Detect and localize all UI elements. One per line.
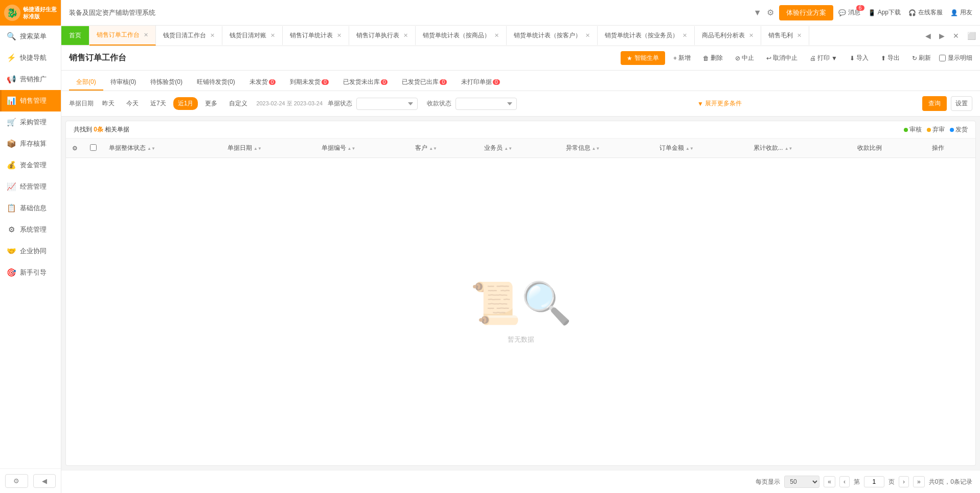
show-detail-checkbox[interactable]: [939, 55, 946, 61]
sub-tab-4[interactable]: 未发货0: [242, 75, 283, 91]
message-btn[interactable]: 💬 消息 6: [838, 8, 860, 17]
first-page-btn[interactable]: «: [824, 476, 835, 487]
tab-close-1[interactable]: ✕: [144, 32, 148, 38]
col-0[interactable]: 单据整体状态▲▼: [103, 139, 221, 158]
sub-tab-3[interactable]: 旺铺待发货(0): [190, 75, 242, 91]
tab-item-3[interactable]: 钱货日清对账✕: [222, 26, 283, 45]
col-1[interactable]: 单据日期▲▼: [221, 139, 315, 158]
sub-tab-0[interactable]: 全部(0): [69, 75, 103, 91]
tab-item-4[interactable]: 销售订单统计表✕: [283, 26, 349, 45]
tab-close-7[interactable]: ✕: [585, 32, 590, 39]
col-5[interactable]: 异常信息▲▼: [560, 139, 654, 158]
cancel-audit-action-btn[interactable]: 弃审: [927, 125, 945, 134]
sidebar-item-11[interactable]: 🎯新手引导: [0, 262, 61, 283]
print-btn[interactable]: 🖨 打印 ▼: [806, 51, 841, 65]
sidebar-item-10[interactable]: 🤝企业协同: [0, 240, 61, 262]
col-checkbox[interactable]: [84, 139, 103, 158]
col-6[interactable]: 订单金额▲▼: [653, 139, 747, 158]
import-btn[interactable]: ⬇ 导入: [846, 51, 873, 65]
audit-action-btn[interactable]: 审核: [904, 125, 922, 134]
sub-tab-5[interactable]: 到期未发货0: [283, 75, 336, 91]
sub-tab-8[interactable]: 未打印单据0: [454, 75, 507, 91]
date-option-1[interactable]: 今天: [122, 97, 143, 110]
cancel-stop-btn[interactable]: ↩ 取消中止: [762, 51, 802, 65]
tab-close-9[interactable]: ✕: [749, 32, 754, 39]
last-page-btn[interactable]: »: [913, 476, 925, 487]
user-btn[interactable]: 👤 用友: [950, 8, 972, 17]
col-8: 收款比例: [851, 139, 925, 158]
col-settings[interactable]: ⚙: [66, 139, 84, 158]
payment-select[interactable]: [455, 98, 517, 110]
export-btn[interactable]: ⬆ 导出: [877, 51, 904, 65]
tab-next-btn[interactable]: ▶: [935, 28, 949, 44]
add-btn[interactable]: + 新增: [669, 51, 695, 65]
select-all-checkbox[interactable]: [90, 144, 97, 151]
prev-page-btn[interactable]: ‹: [839, 476, 850, 487]
online-service-btn[interactable]: 🎧 在线客服: [908, 8, 943, 17]
tab-item-10[interactable]: 销售毛利✕: [761, 26, 809, 45]
tab-item-8[interactable]: 销货单统计表（按业务员）✕: [598, 26, 695, 45]
stop-btn[interactable]: ⊘ 中止: [731, 51, 758, 65]
col-7[interactable]: 累计收款...▲▼: [747, 139, 852, 158]
tab-item-6[interactable]: 销货单统计表（按商品）✕: [416, 26, 507, 45]
refresh-btn[interactable]: ↻ 刷新: [908, 51, 935, 65]
tab-item-0[interactable]: 首页: [61, 26, 89, 45]
tab-item-7[interactable]: 销货单统计表（按客户）✕: [507, 26, 598, 45]
tab-item-5[interactable]: 销售订单执行表✕: [349, 26, 416, 45]
trial-btn[interactable]: 体验行业方案: [779, 5, 833, 20]
app-download-btn[interactable]: 📱 App下载: [868, 8, 901, 17]
col-label-6: 订单金额: [659, 144, 684, 151]
col-3[interactable]: 客户▲▼: [409, 139, 478, 158]
status-select[interactable]: [356, 98, 418, 110]
smart-gen-btn[interactable]: ★ 智能生单: [621, 51, 665, 65]
per-page-select[interactable]: 102050100: [784, 476, 819, 488]
tab-item-9[interactable]: 商品毛利分析表✕: [695, 26, 761, 45]
page-input[interactable]: [864, 476, 884, 487]
header-gear-icon[interactable]: ⚙: [767, 8, 774, 17]
sidebar-item-0[interactable]: 🔍搜索菜单: [0, 26, 61, 47]
sidebar-item-9[interactable]: ⚙系统管理: [0, 219, 61, 240]
date-option-3[interactable]: 近1月: [173, 97, 198, 110]
tab-maximize-btn[interactable]: ⬜: [963, 28, 980, 44]
sub-tab-7[interactable]: 已发货已出库0: [395, 75, 454, 91]
tab-close-5[interactable]: ✕: [403, 32, 408, 39]
date-option-5[interactable]: 自定义: [224, 97, 252, 110]
sub-tab-1[interactable]: 待审核(0): [103, 75, 144, 91]
next-page-btn[interactable]: ›: [899, 476, 909, 487]
tab-close-8[interactable]: ✕: [682, 32, 687, 39]
send-action-btn[interactable]: 发货: [950, 125, 968, 134]
tab-close-4[interactable]: ✕: [337, 32, 341, 39]
date-option-0[interactable]: 昨天: [98, 97, 119, 110]
delete-btn[interactable]: 🗑 删除: [699, 51, 727, 65]
tab-prev-btn[interactable]: ◀: [921, 28, 935, 44]
tab-close-6[interactable]: ✕: [494, 32, 499, 39]
settings-dropdown-icon[interactable]: ▼: [754, 8, 762, 17]
tab-close-10[interactable]: ✕: [797, 32, 802, 39]
sidebar-item-5[interactable]: 📦库存核算: [0, 133, 61, 154]
tab-close-all-btn[interactable]: ✕: [949, 28, 963, 44]
date-option-4[interactable]: 更多: [200, 97, 222, 110]
settings-bottom-btn[interactable]: ⚙: [5, 474, 28, 488]
col-2[interactable]: 单据编号▲▼: [315, 139, 409, 158]
date-option-2[interactable]: 近7天: [146, 97, 171, 110]
query-btn[interactable]: 查询: [922, 96, 947, 111]
sub-tab-label-0: 全部(0): [76, 78, 96, 85]
sidebar-item-3[interactable]: 📊销售管理: [0, 90, 61, 111]
collapse-btn[interactable]: ◀: [33, 474, 56, 488]
filter-setting-btn[interactable]: 设置: [951, 96, 972, 111]
expand-btn[interactable]: ▼ 展开更多条件: [697, 99, 742, 108]
tab-close-2[interactable]: ✕: [210, 32, 215, 39]
tab-item-2[interactable]: 钱货日清工作台✕: [156, 26, 222, 45]
sidebar-item-8[interactable]: 📋基础信息: [0, 197, 61, 219]
sidebar-item-4[interactable]: 🛒采购管理: [0, 111, 61, 133]
col-4[interactable]: 业务员▲▼: [478, 139, 559, 158]
sidebar-item-7[interactable]: 📈经营管理: [0, 176, 61, 197]
tab-item-1[interactable]: 销售订单工作台✕: [89, 26, 156, 46]
sidebar-item-1[interactable]: ⚡快捷导航: [0, 47, 61, 69]
sub-tab-2[interactable]: 待拣验货(0): [143, 75, 190, 91]
show-detail-label[interactable]: 显示明细: [939, 54, 972, 62]
tab-close-3[interactable]: ✕: [270, 32, 275, 39]
sidebar-item-2[interactable]: 📢营销推广: [0, 69, 61, 90]
sidebar-item-6[interactable]: 💰资金管理: [0, 154, 61, 176]
sub-tab-6[interactable]: 已发货未出库0: [336, 75, 395, 91]
